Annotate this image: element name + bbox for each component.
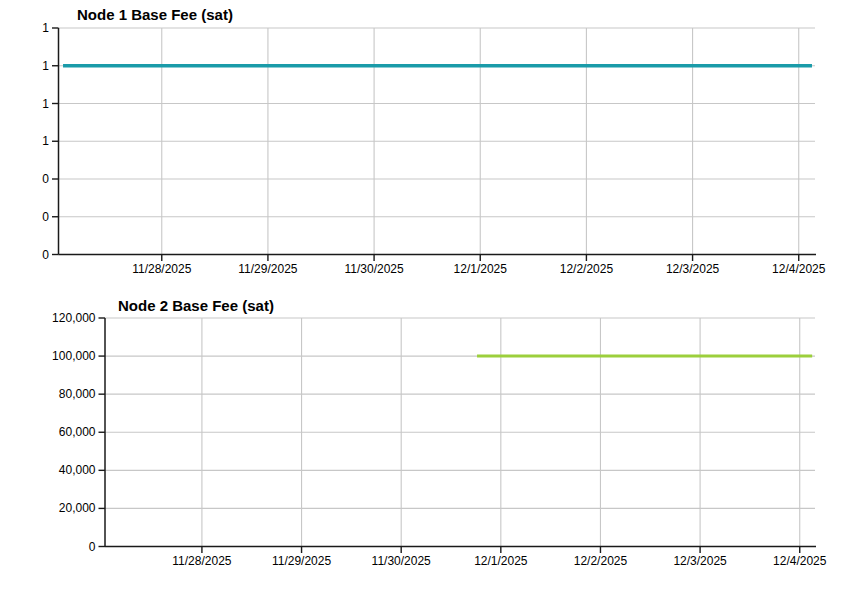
chart-node2-base-fee: Node 2 Base Fee (sat) 120,000100,00080,0… xyxy=(0,0,860,600)
x-tick-label: 12/3/2025 xyxy=(673,554,727,568)
x-tick-label: 12/1/2025 xyxy=(474,554,528,568)
x-tick-label: 11/28/2025 xyxy=(172,554,231,568)
y-tick-label: 0 xyxy=(89,540,96,554)
y-tick-label: 120,000 xyxy=(52,311,96,325)
x-tick-label: 12/2/2025 xyxy=(574,554,628,568)
y-tick-label: 20,000 xyxy=(59,501,96,515)
y-tick-label: 40,000 xyxy=(59,463,96,477)
y-tick-label: 80,000 xyxy=(59,387,96,401)
y-tick-label: 100,000 xyxy=(52,349,96,363)
x-tick-label: 12/4/2025 xyxy=(773,554,827,568)
x-tick-label: 11/30/2025 xyxy=(372,554,431,568)
chart-node2-plot: 120,000100,00080,00060,00040,00020,00001… xyxy=(0,0,860,600)
x-tick-label: 11/29/2025 xyxy=(272,554,331,568)
base-fee-dashboard: { "page": { "background": "#ffffff" }, "… xyxy=(0,0,860,600)
y-tick-label: 60,000 xyxy=(59,425,96,439)
